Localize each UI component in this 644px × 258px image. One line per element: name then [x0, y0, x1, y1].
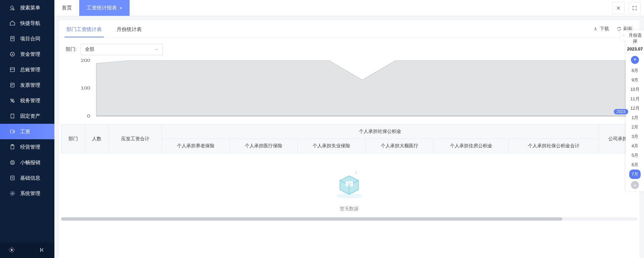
close-all-tabs-button[interactable] [612, 2, 625, 14]
horizontal-scrollbar[interactable] [61, 217, 637, 221]
empty-box-icon [331, 163, 368, 200]
fullscreen-button[interactable] [629, 2, 641, 14]
month-option[interactable]: 11月 [629, 94, 641, 104]
sidebar-item-fund-management[interactable]: ¥ 资金管理 [0, 46, 54, 62]
ledger-icon [9, 67, 15, 73]
month-option[interactable]: 2月 [629, 122, 641, 132]
select-value: 全部 [85, 46, 94, 52]
month-option[interactable]: 12月 [629, 104, 641, 113]
month-option[interactable]: 5月 [629, 151, 641, 160]
sidebar-item-ledger-management[interactable]: 总账管理 [0, 62, 54, 77]
svg-text:0: 0 [87, 113, 90, 118]
month-option[interactable]: 9月 [629, 75, 641, 85]
sidebar-item-label: 系统管理 [20, 190, 40, 197]
month-option[interactable]: 3月 [629, 132, 641, 141]
sidebar-item-label: 搜索菜单 [20, 5, 40, 11]
svg-line-1 [13, 8, 15, 10]
sidebar-item-fixed-assets[interactable]: 固定资产 [0, 108, 54, 124]
col-unemployment: 个人承担失业保险 [297, 139, 365, 153]
sidebar-item-salary[interactable]: 工资 [0, 124, 54, 139]
salary-chart: 0100200 [59, 59, 639, 124]
month-option[interactable]: 8月 [629, 66, 641, 75]
tab-home[interactable]: 首页 [54, 0, 79, 16]
sidebar-item-quick-nav[interactable]: 快捷导航 [0, 15, 54, 31]
sidebar-item-label: 快捷导航 [20, 20, 40, 27]
sidebar-item-business-management[interactable]: 经营管理 [0, 139, 54, 155]
subtab-department-salary[interactable]: 部门工资统计表 [59, 20, 109, 37]
svg-text:¥: ¥ [12, 53, 13, 56]
empty-text: 暂无数据 [340, 206, 359, 212]
month-next-button[interactable] [631, 181, 639, 189]
sidebar-item-tax-management[interactable]: 税务管理 [0, 93, 54, 108]
svg-point-20 [13, 131, 14, 132]
sidebar-item-basic-info[interactable]: 基础信息 [0, 170, 54, 186]
sidebar-item-label: 项目合同 [20, 36, 40, 42]
invoice-icon [9, 82, 15, 88]
filter-label: 部门: [66, 46, 77, 52]
svg-rect-8 [10, 68, 14, 72]
svg-rect-16 [11, 114, 14, 118]
col-headcount: 人数 [85, 124, 109, 153]
month-prev-button[interactable] [631, 56, 639, 64]
scrollbar-thumb[interactable] [61, 217, 562, 221]
month-picker-title: 月份选择 [626, 30, 644, 46]
sidebar-item-label: 工资 [20, 128, 30, 135]
sidebar-item-search-menu[interactable]: 搜索菜单 [0, 0, 54, 15]
document-icon [9, 36, 15, 42]
svg-rect-10 [11, 83, 14, 87]
wallet-icon [9, 128, 15, 135]
sidebar-item-label: 经营管理 [20, 144, 40, 150]
month-option[interactable]: 7月 [629, 170, 641, 179]
sidebar-item-label: 资金管理 [20, 51, 40, 58]
svg-point-14 [13, 101, 14, 103]
col-personal-total: 个人承担社保公积金合计 [509, 139, 599, 153]
col-payable-total: 应发工资合计 [109, 124, 162, 153]
svg-point-23 [10, 160, 14, 164]
month-option[interactable]: 6月 [629, 160, 641, 170]
svg-line-15 [11, 99, 14, 102]
sidebar-item-expense[interactable]: 小畅报销 [0, 155, 54, 170]
tab-salary-report[interactable]: 工资统计报表 × [79, 0, 130, 16]
year-badge: 2023 [614, 109, 628, 114]
download-icon [593, 26, 598, 31]
coin-icon: ¥ [9, 51, 15, 57]
col-department: 部门 [61, 124, 85, 153]
sidebar-item-label: 固定资产 [20, 113, 40, 119]
building-icon [9, 113, 15, 119]
notes-icon [9, 175, 15, 181]
sidebar: 搜索菜单 快捷导航 项目合同 ¥ 资金管理 总账管理 发票管理 [0, 0, 54, 258]
month-option[interactable]: 10月 [629, 85, 641, 94]
sidebar-item-project-contract[interactable]: 项目合同 [0, 31, 54, 46]
table-empty-state: 暂无数据 [61, 153, 637, 215]
svg-point-0 [11, 6, 13, 9]
month-picker-panel: 月份选择 2023.07 8月9月10月11月12月1月2月3月4月5月6月7月… [626, 30, 644, 191]
percent-icon [9, 98, 15, 104]
sidebar-item-label: 小畅报销 [20, 159, 40, 166]
search-list-icon [9, 5, 15, 11]
sidebar-footer [0, 243, 54, 258]
col-medical: 个人承担医疗保险 [230, 139, 297, 153]
svg-point-27 [10, 191, 14, 195]
sidebar-item-label: 基础信息 [20, 175, 40, 181]
collapse-sidebar-icon[interactable] [40, 247, 46, 254]
col-large-medical: 个人承担大额医疗 [366, 139, 433, 153]
collapse-month-panel-button[interactable] [620, 30, 626, 40]
system-icon [9, 190, 15, 196]
department-select[interactable]: 全部 [81, 44, 163, 55]
col-pension: 个人承担养老保险 [162, 139, 230, 153]
svg-point-29 [11, 249, 13, 251]
svg-rect-38 [346, 181, 353, 186]
month-option[interactable]: 1月 [629, 113, 641, 122]
close-icon[interactable]: × [120, 5, 122, 11]
tab-label: 首页 [62, 5, 72, 11]
sidebar-item-system-management[interactable]: 系统管理 [0, 186, 54, 201]
subtab-monthly[interactable]: 月份统计表 [109, 20, 149, 37]
refresh-circle-icon [9, 159, 15, 165]
download-button[interactable]: 下载 [593, 26, 609, 32]
month-option[interactable]: 4月 [629, 141, 641, 151]
month-picker-selected: 2023.07 [626, 46, 644, 54]
svg-text:200: 200 [81, 59, 90, 63]
gear-icon[interactable] [9, 247, 15, 254]
sidebar-item-label: 总账管理 [20, 67, 40, 73]
sidebar-item-invoice-management[interactable]: 发票管理 [0, 77, 54, 93]
